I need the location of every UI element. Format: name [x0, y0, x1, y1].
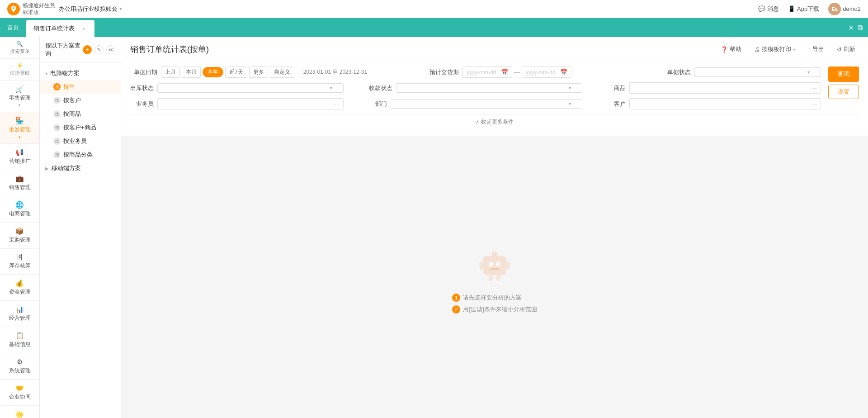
- date-btn-this-year[interactable]: 本年: [203, 67, 223, 77]
- sidebar-item-newcomer[interactable]: 🌟 新手引导: [0, 406, 39, 418]
- calendar-icon-2: 📅: [560, 69, 567, 76]
- tree-mobile-section[interactable]: ▶ 移动端方案: [40, 162, 121, 175]
- sidebar-item-wholesale[interactable]: 🏪 批发管理 ▴: [0, 112, 39, 144]
- enterprise-icon: 🤝: [15, 384, 24, 392]
- shipping-status-select[interactable]: ▾: [157, 83, 344, 93]
- tab-close-window-icon[interactable]: ✕: [848, 24, 854, 32]
- customer-more-icon[interactable]: ···: [812, 100, 817, 107]
- main-layout: 🔍 搜索菜单 ⚡ 快捷导航 🛒 零售管理 ▾ 🏪 批发管理 ▴ 📢 营销推广 💼…: [0, 37, 868, 418]
- scheme-tree: ▾ 电脑端方案 按 按单 按 按客户 按 按商品 按 按客户+商品: [40, 63, 121, 179]
- add-scheme-button[interactable]: +: [83, 45, 92, 54]
- tab-close-icon[interactable]: ×: [80, 25, 87, 32]
- sidebar-item-system[interactable]: ⚙ 系统管理: [0, 353, 39, 380]
- export-button[interactable]: ↑ 导出: [804, 43, 828, 55]
- tree-item-by-category[interactable]: 按 按商品分类: [40, 148, 121, 162]
- search-icon: 🔍: [16, 41, 23, 47]
- quick-nav-icon: ⚡: [16, 62, 23, 69]
- filter-doc-status-cell: 单据状态 ▾: [664, 67, 821, 77]
- doc-status-select[interactable]: ▾: [694, 67, 821, 77]
- sidebar-item-purchase[interactable]: 📦 采购管理: [0, 223, 39, 249]
- tree-item-by-goods[interactable]: 按 按商品: [40, 107, 121, 121]
- payment-status-arrow-icon: ▾: [569, 86, 571, 90]
- tree-arrow-right-icon: ▶: [45, 166, 49, 171]
- tab-restore-icon[interactable]: ⧉: [858, 24, 863, 32]
- sidebar-item-basic-info[interactable]: 📋 基础信息: [0, 327, 39, 353]
- svg-rect-2: [496, 261, 500, 266]
- breadcrumb[interactable]: 办公用品行业模拟账套 ▾: [59, 5, 122, 13]
- goods-input[interactable]: ···: [629, 82, 821, 94]
- sidebar-item-inventory[interactable]: 🗄 库存核算: [0, 249, 39, 275]
- sidebar-item-operations[interactable]: 📊 经营管理: [0, 301, 39, 327]
- date-quick-buttons: 上月 本月 本年 近7天 更多 自定义: [161, 66, 294, 78]
- doc-status-arrow-icon: ▾: [807, 70, 810, 75]
- expected-delivery-to[interactable]: yyyy-mm-dd 📅: [522, 66, 571, 78]
- message-icon: 💬: [758, 5, 765, 12]
- collapse-panel-button[interactable]: ≪: [106, 45, 115, 54]
- scheme-icon-by-salesperson: 按: [53, 138, 61, 145]
- basic-info-icon: 📋: [15, 332, 24, 340]
- scheme-icon-by-goods: 按: [53, 110, 61, 118]
- date-btn-more[interactable]: 更多: [249, 66, 268, 78]
- ecommerce-icon: 🌐: [15, 201, 24, 209]
- salesperson-input[interactable]: ···: [157, 98, 344, 109]
- sidebar-item-retail[interactable]: 🛒 零售管理 ▾: [0, 81, 39, 112]
- collapse-left-icon: ≪: [108, 47, 114, 53]
- expected-delivery-from[interactable]: yyyy-mm-dd 📅: [462, 66, 512, 78]
- help-button[interactable]: ❓ 帮助: [717, 43, 745, 55]
- svg-rect-5: [506, 261, 509, 269]
- tree-item-by-salesperson[interactable]: 按 按业务员: [40, 134, 121, 148]
- sidebar-item-sales[interactable]: 💼 销售管理: [0, 170, 39, 196]
- empty-state: 1 请先选择要分析的方案 2 用[过滤]条件来缩小分析范围: [121, 136, 868, 418]
- tree-arrow-down-icon: ▾: [45, 71, 47, 76]
- sidebar-quick-nav[interactable]: ⚡ 快捷导航: [0, 59, 39, 81]
- sidebar-item-ecommerce[interactable]: 🌐 电商管理: [0, 196, 39, 223]
- filter-customer-cell: 客户 ···: [608, 98, 821, 109]
- right-content: 销售订单统计表(按单) ❓ 帮助 🖨 按模板打印 ▾ ↑ 导出: [121, 37, 868, 418]
- svg-point-8: [491, 251, 497, 257]
- date-range-display: 2023-01-01 至 2023-12-31: [303, 68, 367, 76]
- template-print-button[interactable]: 🖨 按模板打印 ▾: [750, 43, 799, 55]
- salesperson-more-icon[interactable]: ···: [335, 100, 340, 107]
- app-download-icon: 📱: [788, 5, 795, 12]
- chevron-up-icon: ▴: [19, 134, 21, 139]
- tree-item-by-customer[interactable]: 按 按客户: [40, 94, 121, 107]
- tree-desktop-section[interactable]: ▾ 电脑端方案: [40, 66, 121, 80]
- date-btn-last-month[interactable]: 上月: [161, 66, 180, 78]
- user-menu[interactable]: Ea demo2: [828, 3, 861, 15]
- sidebar-item-finance[interactable]: 💰 资金管理: [0, 275, 39, 301]
- tab-sales-order-stats[interactable]: 销售订单统计表 ×: [26, 20, 94, 37]
- svg-rect-6: [489, 275, 493, 281]
- settings-button[interactable]: 设置: [828, 85, 859, 99]
- sidebar-search[interactable]: 🔍 搜索菜单: [0, 37, 39, 59]
- sales-icon: 💼: [15, 175, 24, 183]
- tab-home[interactable]: 首页: [0, 18, 26, 37]
- date-btn-this-month[interactable]: 本月: [182, 66, 201, 78]
- filter-shipping-status-cell: 出库状态 ▾: [130, 83, 344, 93]
- page-header: 销售订单统计表(按单) ❓ 帮助 🖨 按模板打印 ▾ ↑ 导出: [121, 37, 868, 60]
- goods-more-icon[interactable]: ···: [812, 85, 817, 91]
- tree-item-by-order[interactable]: 按 按单: [40, 80, 121, 94]
- app-download-button[interactable]: 📱 App下载: [788, 5, 819, 13]
- department-select[interactable]: ▾: [391, 99, 582, 109]
- refresh-icon: ↺: [837, 46, 842, 53]
- customer-input[interactable]: ···: [629, 98, 821, 109]
- top-bar: 畅捷通好生意 标准版 办公用品行业模拟账套 ▾ 💬 消息 📱 App下载 Ea …: [0, 0, 868, 18]
- sidebar-item-enterprise[interactable]: 🤝 企业协同: [0, 380, 39, 406]
- edit-scheme-button[interactable]: ✎: [94, 45, 104, 54]
- query-button[interactable]: 查询: [828, 66, 859, 82]
- message-button[interactable]: 💬 消息: [758, 5, 779, 13]
- collapse-more-conditions[interactable]: ∧ 收起更多条件: [130, 114, 859, 129]
- scheme-icon-by-order: 按: [53, 83, 61, 90]
- refresh-button[interactable]: ↺ 刷新: [833, 43, 859, 55]
- sidebar-item-marketing[interactable]: 📢 营销推广: [0, 144, 39, 170]
- tree-item-by-customer-goods[interactable]: 按 按客户+商品: [40, 121, 121, 134]
- help-icon: ❓: [721, 46, 728, 53]
- tip-num-1: 1: [452, 294, 460, 302]
- logo-text: 畅捷通好生意 标准版: [23, 2, 55, 15]
- page-header-actions: ❓ 帮助 🖨 按模板打印 ▾ ↑ 导出 ↺ 刷新: [717, 43, 859, 55]
- date-btn-last-7-days[interactable]: 近7天: [225, 66, 247, 78]
- filter-row-2: 出库状态 ▾ 收款状态 ▾: [130, 82, 821, 94]
- calendar-icon: 📅: [501, 69, 508, 76]
- date-btn-custom[interactable]: 自定义: [270, 66, 294, 78]
- payment-status-select[interactable]: ▾: [396, 83, 582, 93]
